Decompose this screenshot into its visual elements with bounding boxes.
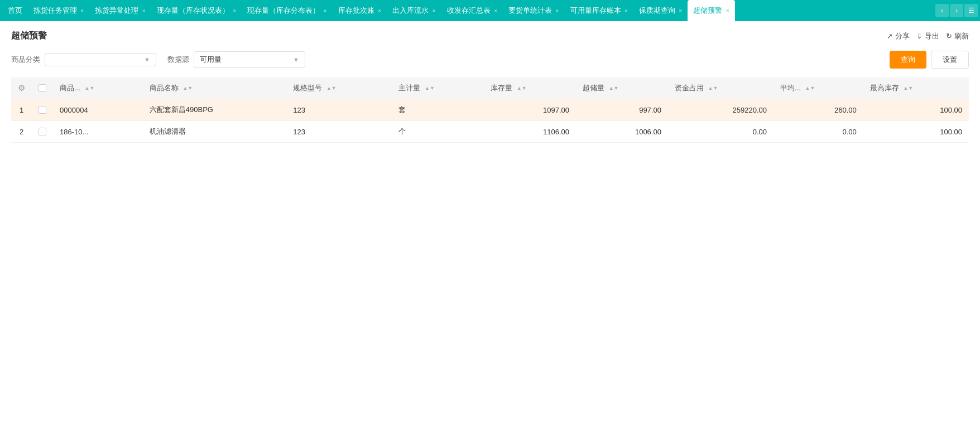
row-overflow-1: 1006.00 — [576, 121, 668, 143]
row-spec-0: 123 — [286, 99, 392, 121]
nav-next-btn[interactable]: › — [950, 4, 963, 17]
nav-order-stats[interactable]: 要货单统计表 × — [503, 0, 564, 21]
nav-available-stock-label: 可用量库存账本 — [570, 6, 621, 16]
nav-collect-summary-close[interactable]: × — [494, 7, 497, 14]
nav-quality-query-label: 保质期查询 — [639, 6, 675, 16]
page-header: 超储预警 ➚ 分享 ⇓ 导出 ↻ 刷新 — [11, 30, 969, 42]
category-chevron-icon: ▼ — [144, 56, 150, 63]
nav-inout-flow-close[interactable]: × — [432, 7, 435, 14]
row-product-code-0: 0000004 — [53, 99, 143, 121]
refresh-button[interactable]: ↻ 刷新 — [946, 31, 969, 41]
row-checkbox-input-1[interactable] — [39, 128, 46, 135]
table-row: 2 186-10... 机油滤清器 123 个 1106.00 1006.00 … — [11, 121, 969, 143]
th-product-code[interactable]: 商品... ▲▼ — [53, 77, 143, 99]
row-stock-1: 1106.00 — [484, 121, 576, 143]
refresh-icon: ↻ — [946, 32, 952, 40]
th-product-name[interactable]: 商品名称 ▲▼ — [143, 77, 286, 99]
datasource-select-value: 可用量 — [200, 55, 222, 65]
nav-batch-account[interactable]: 库存批次账 × — [333, 0, 387, 21]
th-unit-label: 主计量 — [398, 84, 420, 92]
top-nav: 首页 拣货任务管理 × 拣货异常处理 × 现存量（库存状况表） × 现存量（库存… — [0, 0, 980, 21]
th-spec[interactable]: 规格型号 ▲▼ — [286, 77, 392, 99]
nav-prev-btn[interactable]: ‹ — [935, 4, 949, 17]
nav-more-btn[interactable]: ☰ — [964, 4, 978, 17]
table-body: 1 0000004 六配套新昌490BPG 123 套 1097.00 997.… — [11, 99, 969, 143]
share-button[interactable]: ➚ 分享 — [887, 31, 910, 41]
category-filter-group: 商品分类 ▼ — [11, 53, 156, 66]
th-checkbox — [32, 77, 53, 99]
sort-icons-unit: ▲▼ — [425, 86, 435, 91]
row-product-code-1: 186-10... — [53, 121, 143, 143]
page-title: 超储预警 — [11, 30, 47, 42]
datasource-filter-group: 数据源 可用量 ▼ — [167, 51, 305, 68]
th-unit[interactable]: 主计量 ▲▼ — [392, 77, 484, 99]
sort-icons-product-name: ▲▼ — [182, 86, 193, 91]
row-max-stock-1: 100.00 — [863, 121, 969, 143]
row-stock-0: 1097.00 — [484, 99, 576, 121]
nav-order-stats-close[interactable]: × — [555, 7, 559, 14]
datasource-select[interactable]: 可用量 ▼ — [194, 51, 305, 68]
refresh-label: 刷新 — [954, 31, 969, 41]
nav-stock-status-label: 现存量（库存状况表） — [157, 6, 229, 16]
row-product-name-1: 机油滤清器 — [143, 121, 286, 143]
th-stock[interactable]: 库存量 ▲▼ — [484, 77, 576, 99]
nav-home[interactable]: 首页 — [2, 0, 28, 21]
table-header-row: ⚙ 商品... ▲▼ 商品名称 ▲▼ 规格型号 ▲▼ — [11, 77, 969, 99]
query-button[interactable]: 查询 — [890, 51, 926, 69]
nav-inout-flow-label: 出入库流水 — [392, 6, 429, 16]
table-row: 1 0000004 六配套新昌490BPG 123 套 1097.00 997.… — [11, 99, 969, 121]
nav-quality-query-close[interactable]: × — [679, 7, 682, 14]
nav-batch-account-close[interactable]: × — [378, 7, 381, 14]
datasource-chevron-icon: ▼ — [293, 56, 299, 63]
data-table: ⚙ 商品... ▲▼ 商品名称 ▲▼ 规格型号 ▲▼ — [11, 77, 969, 143]
th-spec-label: 规格型号 — [293, 84, 322, 92]
share-label: 分享 — [895, 31, 910, 41]
nav-inout-flow[interactable]: 出入库流水 × — [387, 0, 441, 21]
export-label: 导出 — [925, 31, 939, 41]
row-max-stock-0: 100.00 — [863, 99, 969, 121]
row-unit-0: 套 — [392, 99, 484, 121]
nav-stock-dist-close[interactable]: × — [323, 7, 326, 14]
row-checkbox-0 — [32, 99, 53, 121]
nav-overstock-warning-close[interactable]: × — [726, 7, 729, 14]
nav-pick-exception[interactable]: 拣货异常处理 × — [89, 0, 151, 21]
th-avg-label: 平均... — [780, 84, 801, 92]
nav-pick-task-close[interactable]: × — [80, 7, 84, 14]
row-checkbox-input-0[interactable] — [39, 106, 46, 114]
th-product-code-label: 商品... — [60, 84, 80, 92]
header-actions: ➚ 分享 ⇓ 导出 ↻ 刷新 — [887, 31, 969, 41]
export-button[interactable]: ⇓ 导出 — [916, 31, 939, 41]
th-avg[interactable]: 平均... ▲▼ — [774, 77, 863, 99]
nav-quality-query[interactable]: 保质期查询 × — [633, 0, 688, 21]
nav-stock-dist[interactable]: 现存量（库存分布表） × — [242, 0, 332, 21]
header-checkbox[interactable] — [39, 84, 46, 92]
page-content: 超储预警 ➚ 分享 ⇓ 导出 ↻ 刷新 商品分类 ▼ 数据源 — [0, 21, 980, 446]
th-overflow[interactable]: 超储量 ▲▼ — [576, 77, 668, 99]
sort-icons-avg: ▲▼ — [805, 86, 815, 91]
nav-collect-summary[interactable]: 收发存汇总表 × — [441, 0, 503, 21]
settings-button[interactable]: 设置 — [931, 51, 969, 69]
sort-icons-spec: ▲▼ — [326, 86, 337, 91]
nav-available-stock[interactable]: 可用量库存账本 × — [565, 0, 633, 21]
gear-icon[interactable]: ⚙ — [18, 83, 25, 93]
th-max-stock-label: 最高库存 — [870, 84, 899, 92]
nav-pick-task[interactable]: 拣货任务管理 × — [28, 0, 89, 21]
row-avg-1: 0.00 — [774, 121, 863, 143]
nav-stock-status[interactable]: 现存量（库存状况表） × — [151, 0, 242, 21]
filter-buttons: 查询 设置 — [890, 51, 969, 69]
nav-available-stock-close[interactable]: × — [624, 7, 628, 14]
datasource-filter-label: 数据源 — [167, 55, 189, 65]
th-max-stock[interactable]: 最高库存 ▲▼ — [863, 77, 969, 99]
nav-pick-exception-close[interactable]: × — [142, 7, 145, 14]
nav-home-label: 首页 — [8, 6, 22, 16]
nav-pick-task-label: 拣货任务管理 — [33, 6, 77, 16]
nav-stock-status-close[interactable]: × — [233, 7, 236, 14]
category-filter-label: 商品分类 — [11, 55, 40, 65]
nav-stock-dist-label: 现存量（库存分布表） — [247, 6, 320, 16]
row-spec-1: 123 — [286, 121, 392, 143]
row-capital-0: 259220.00 — [668, 99, 774, 121]
nav-order-stats-label: 要货单统计表 — [508, 6, 552, 16]
nav-overstock-warning[interactable]: 超储预警 × — [688, 0, 734, 21]
th-capital[interactable]: 资金占用 ▲▼ — [668, 77, 774, 99]
category-select[interactable]: ▼ — [45, 53, 156, 66]
